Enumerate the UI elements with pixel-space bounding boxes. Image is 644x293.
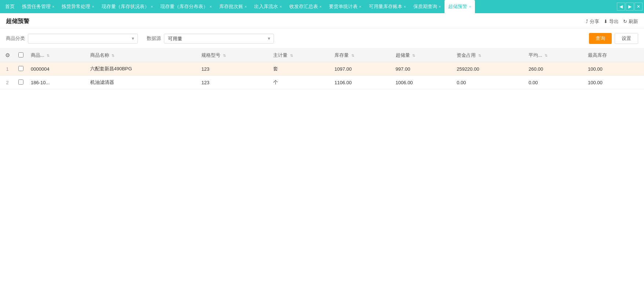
col-id[interactable]: 商品... ⇅ xyxy=(27,49,87,62)
cell-capital: 0.00 xyxy=(453,76,525,89)
nav-arrow-left[interactable]: ◀ xyxy=(617,3,625,11)
row-num: 2 xyxy=(0,76,15,89)
data-table: ⚙ 商品... ⇅ 商品名称 ⇅ 规格型号 ⇅ xyxy=(0,49,644,89)
row-checkbox-cell xyxy=(15,76,27,89)
share-button[interactable]: ⤴ 分享 xyxy=(586,18,599,25)
export-icon: ⬇ xyxy=(604,19,608,24)
col-capital[interactable]: 资金占用 ⇅ xyxy=(453,49,525,62)
refresh-icon: ↻ xyxy=(623,19,627,24)
cell-capital: 259220.00 xyxy=(453,62,525,76)
header-actions: ⤴ 分享 ⬇ 导出 ↻ 刷新 xyxy=(586,18,638,25)
cell-id: 0000004 xyxy=(27,62,87,76)
nav-overstock[interactable]: 超储预警 × xyxy=(444,0,475,13)
table-header-row: ⚙ 商品... ⇅ 商品名称 ⇅ 规格型号 ⇅ xyxy=(0,49,644,62)
datasource-select[interactable]: 可用量 库存量 xyxy=(164,34,274,44)
nav-task-mgmt[interactable]: 拣货任务管理 × xyxy=(18,0,58,13)
col-avg[interactable]: 平均... ⇅ xyxy=(525,49,584,62)
refresh-button[interactable]: ↻ 刷新 xyxy=(623,18,638,25)
nav-arrow-close[interactable]: ✕ xyxy=(634,3,643,11)
cell-avg: 0.00 xyxy=(525,76,584,89)
nav-stock-dist[interactable]: 现存量（库存分布表） × xyxy=(157,0,215,13)
cell-unit: 个 xyxy=(270,76,331,89)
close-exception-icon[interactable]: × xyxy=(92,4,94,9)
sort-capital-icon: ⇅ xyxy=(478,53,481,58)
gear-icon[interactable]: ⚙ xyxy=(5,52,10,58)
page-header: 超储预警 ⤴ 分享 ⬇ 导出 ↻ 刷新 xyxy=(0,13,644,29)
top-navigation: 首页 拣货任务管理 × 拣货异常处理 × 现存量（库存状况表） × 现存量（库存… xyxy=(0,0,644,13)
sort-unit-icon: ⇅ xyxy=(290,53,293,58)
close-shelf-life-icon[interactable]: × xyxy=(439,4,441,9)
query-button[interactable]: 查询 xyxy=(589,33,612,44)
cell-spec: 123 xyxy=(198,76,270,89)
category-select-wrap: ▼ xyxy=(28,34,138,44)
col-name[interactable]: 商品名称 ⇅ xyxy=(87,49,198,62)
col-stock[interactable]: 库存量 ⇅ xyxy=(331,49,392,62)
nav-summary[interactable]: 收发存汇总表 × xyxy=(286,0,325,13)
cell-max-stock: 100.00 xyxy=(584,62,644,76)
close-order-stats-icon[interactable]: × xyxy=(359,4,361,9)
cell-name: 机油滤清器 xyxy=(87,76,198,89)
sort-id-icon: ⇅ xyxy=(47,53,50,58)
col-checkbox xyxy=(15,49,27,62)
filter-bar: 商品分类 ▼ 数据源 可用量 库存量 ▼ 查询 设置 xyxy=(0,29,644,49)
close-batch-icon[interactable]: × xyxy=(245,4,247,9)
table-wrap: ⚙ 商品... ⇅ 商品名称 ⇅ 规格型号 ⇅ xyxy=(0,49,644,89)
sort-spec-icon: ⇅ xyxy=(223,53,226,58)
sort-stock-icon: ⇅ xyxy=(351,53,354,58)
table-row: 1 0000004 六配套新昌490BPG 123 套 1097.00 997.… xyxy=(0,62,644,76)
select-all-checkbox[interactable] xyxy=(18,52,23,58)
cell-stock: 1106.00 xyxy=(331,76,392,89)
share-icon: ⤴ xyxy=(586,19,588,24)
row-checkbox-cell xyxy=(15,62,27,76)
nav-flow[interactable]: 出入库流水 × xyxy=(250,0,285,13)
datasource-label: 数据源 xyxy=(147,35,161,42)
nav-order-stats[interactable]: 要货单统计表 × xyxy=(325,0,365,13)
category-select[interactable] xyxy=(28,34,138,44)
filter-actions: 查询 设置 xyxy=(589,33,638,44)
page-title: 超储预警 xyxy=(6,18,29,25)
export-button[interactable]: ⬇ 导出 xyxy=(604,18,619,25)
close-task-mgmt-icon[interactable]: × xyxy=(52,4,54,9)
row-num: 1 xyxy=(0,62,15,76)
col-unit[interactable]: 主计量 ⇅ xyxy=(270,49,331,62)
close-flow-icon[interactable]: × xyxy=(279,4,282,9)
nav-arrows: ◀ ▶ ✕ xyxy=(617,3,643,11)
nav-stock-status[interactable]: 现存量（库存状况表） × xyxy=(98,0,157,13)
close-summary-icon[interactable]: × xyxy=(319,4,322,9)
category-label: 商品分类 xyxy=(6,35,25,42)
close-available-icon[interactable]: × xyxy=(404,4,406,9)
datasource-select-wrap: 可用量 库存量 ▼ xyxy=(164,34,274,44)
cell-stock: 1097.00 xyxy=(331,62,392,76)
nav-arrow-right[interactable]: ▶ xyxy=(626,3,634,11)
cell-max-stock: 100.00 xyxy=(584,76,644,89)
close-stock-dist-icon[interactable]: × xyxy=(209,4,212,9)
nav-batch[interactable]: 库存批次账 × xyxy=(216,0,250,13)
close-stock-status-icon[interactable]: × xyxy=(151,4,153,9)
nav-available[interactable]: 可用量库存账本 × xyxy=(365,0,410,13)
sort-avg-icon: ⇅ xyxy=(545,53,548,58)
cell-overstock: 1006.00 xyxy=(392,76,453,89)
close-overstock-icon[interactable]: × xyxy=(469,4,471,9)
col-overstock[interactable]: 超储量 ⇅ xyxy=(392,49,453,62)
settings-button[interactable]: 设置 xyxy=(615,33,638,44)
col-spec[interactable]: 规格型号 ⇅ xyxy=(198,49,270,62)
cell-overstock: 997.00 xyxy=(392,62,453,76)
col-max-stock[interactable]: 最高库存 xyxy=(584,49,644,62)
sort-name-icon: ⇅ xyxy=(111,53,114,58)
cell-id: 186-10... xyxy=(27,76,87,89)
row-checkbox[interactable] xyxy=(18,66,23,71)
filter-category-group: 商品分类 ▼ xyxy=(6,34,138,44)
filter-datasource-group: 数据源 可用量 库存量 ▼ xyxy=(147,34,274,44)
sort-overstock-icon: ⇅ xyxy=(412,53,415,58)
cell-avg: 260.00 xyxy=(525,62,584,76)
nav-shelf-life[interactable]: 保质期查询 × xyxy=(410,0,444,13)
table-row: 2 186-10... 机油滤清器 123 个 1106.00 1006.00 … xyxy=(0,76,644,89)
nav-exception[interactable]: 拣货异常处理 × xyxy=(58,0,98,13)
cell-unit: 套 xyxy=(270,62,331,76)
row-checkbox[interactable] xyxy=(18,79,23,85)
nav-home[interactable]: 首页 xyxy=(1,0,18,13)
table-body: 1 0000004 六配套新昌490BPG 123 套 1097.00 997.… xyxy=(0,62,644,89)
cell-spec: 123 xyxy=(198,62,270,76)
col-gear: ⚙ xyxy=(0,49,15,62)
page-content: 超储预警 ⤴ 分享 ⬇ 导出 ↻ 刷新 商品分类 ▼ xyxy=(0,13,644,293)
